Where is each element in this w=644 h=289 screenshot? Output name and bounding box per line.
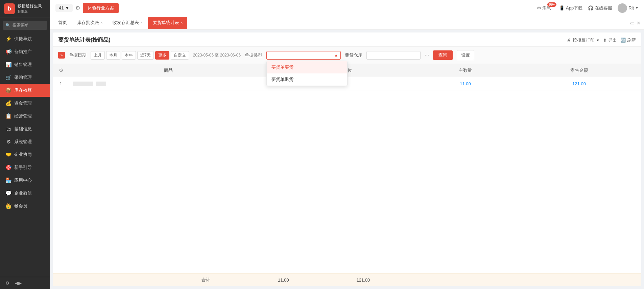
- filter-more-icon[interactable]: ···: [425, 52, 429, 58]
- sidebar-item-purchase[interactable]: 🛒 采购管理: [0, 71, 50, 84]
- operation-label: 经营管理: [14, 113, 32, 119]
- collapse-icon[interactable]: ◀▶: [15, 281, 22, 286]
- footer-label: 合计: [201, 277, 210, 283]
- date-more-btn[interactable]: 更多: [155, 51, 169, 60]
- sidebar-item-marketing[interactable]: 📢 营销推广: [0, 45, 50, 58]
- type-label: 单据类型: [245, 52, 262, 58]
- sidebar-item-quick-nav[interactable]: ⚡ 快捷导航: [0, 32, 50, 45]
- sidebar-search[interactable]: 🔍 搜索菜单: [3, 21, 47, 30]
- refresh-icon: 🔄: [620, 38, 626, 43]
- sidebar-item-wechat[interactable]: 💬 企业微信: [0, 187, 50, 200]
- finance-icon: 💰: [5, 100, 11, 106]
- settings-topbar-icon[interactable]: ⚙: [75, 5, 80, 11]
- page-header: 要货单统计表(按商品) 🖨 按模板打印 ▼ ⬆ 导出 🔄 刷新: [53, 32, 641, 47]
- dropdown-return-label: 要货单退货: [271, 77, 293, 82]
- print-icon: 🖨: [567, 38, 571, 43]
- store-selector[interactable]: 41 ▼: [55, 4, 73, 12]
- enterprise-icon: 🤝: [5, 152, 11, 158]
- tab-home[interactable]: 首页: [53, 17, 72, 29]
- tab-minimize-icon[interactable]: ▭: [630, 20, 635, 26]
- date-this-year-btn[interactable]: 本年: [122, 51, 136, 60]
- tab-order-close[interactable]: ×: [181, 21, 183, 25]
- print-btn[interactable]: 🖨 按模板打印 ▼: [567, 37, 600, 43]
- tab-receivable[interactable]: 收发存汇总表 ×: [108, 17, 147, 29]
- export-btn[interactable]: ⬆ 导出: [603, 37, 617, 43]
- basic-icon: 🗂: [5, 126, 11, 132]
- sidebar-item-inventory[interactable]: 📦 库存核算: [0, 84, 50, 97]
- operation-icon: 📋: [5, 113, 11, 119]
- system-label: 系统管理: [14, 139, 32, 145]
- filter-expand-button[interactable]: »: [58, 52, 65, 59]
- dropdown-item-return[interactable]: 要货单退货: [267, 73, 347, 86]
- warehouse-input[interactable]: [366, 51, 421, 60]
- main-area: 41 ▼ ⚙ 体验行业方案 ✉ 消息 99+ 📱 App下载 🎧 在线客服 R: [50, 0, 644, 289]
- sidebar-item-sales[interactable]: 📊 销售管理: [0, 58, 50, 71]
- cell-product: [69, 77, 268, 90]
- user-profile[interactable]: Rit ▼: [618, 3, 639, 13]
- date-this-month-btn[interactable]: 本月: [106, 51, 120, 60]
- column-settings-icon[interactable]: ⚙: [59, 67, 63, 73]
- member-label: 畅会员: [14, 203, 27, 209]
- tab-batch-account[interactable]: 库存批次账 ×: [72, 17, 107, 29]
- tab-close-all-icon[interactable]: ✕: [637, 20, 641, 26]
- guide-label: 新手引导: [14, 164, 32, 171]
- sidebar-item-appstore[interactable]: 🏪 应用中心: [0, 174, 50, 187]
- logo-text-group: 畅捷通好生意 标准版: [18, 4, 42, 14]
- wechat-label: 企业微信: [14, 190, 32, 196]
- user-dropdown-icon: ▼: [635, 6, 639, 10]
- sidebar-item-operation[interactable]: 📋 经营管理: [0, 110, 50, 123]
- date-custom-btn[interactable]: 自定义: [171, 51, 189, 60]
- th-settings[interactable]: ⚙: [53, 64, 69, 77]
- settings-bottom-icon[interactable]: ⚙: [5, 281, 9, 286]
- finance-label: 资金管理: [14, 100, 32, 106]
- retail-amount-link[interactable]: 121.00: [572, 81, 586, 86]
- app-download-item[interactable]: 📱 App下载: [559, 5, 582, 11]
- cell-main-qty: 11.00: [414, 77, 517, 90]
- refresh-btn[interactable]: 🔄 刷新: [620, 37, 636, 43]
- product-code-placeholder: [96, 82, 106, 86]
- date-prev-month-btn[interactable]: 上月: [91, 51, 105, 60]
- appstore-icon: 🏪: [5, 177, 11, 183]
- sales-icon: 📊: [5, 62, 11, 68]
- product-name-placeholder: [73, 82, 93, 86]
- message-icon: ✉: [537, 5, 541, 10]
- date-7days-btn[interactable]: 近7天: [137, 51, 154, 60]
- date-range: 2023-05-06 至 2023-06-06: [193, 52, 241, 58]
- tab-receivable-close[interactable]: ×: [140, 21, 142, 25]
- store-dropdown-icon: ▼: [65, 5, 69, 10]
- sidebar-item-basic[interactable]: 🗂 基础信息: [0, 123, 50, 135]
- sidebar-item-member[interactable]: 👑 畅会员: [0, 200, 50, 213]
- setting-button[interactable]: 设置: [457, 50, 474, 60]
- marketing-icon: 📢: [5, 49, 11, 55]
- warehouse-label: 要货仓库: [345, 52, 362, 58]
- logo-name: 畅捷通好生意: [18, 4, 42, 9]
- table-footer: 合计 11.00 121.00: [53, 273, 641, 286]
- trial-btn[interactable]: 体验行业方案: [83, 3, 119, 13]
- member-icon: 👑: [5, 203, 11, 209]
- table-container: ⚙ 商品 主计量单位 主数量 零售金额 1: [53, 64, 641, 273]
- store-number: 41: [59, 5, 64, 10]
- dropdown-item-order[interactable]: 要货单要货: [267, 61, 347, 73]
- service-item[interactable]: 🎧 在线客服: [588, 5, 612, 11]
- search-label: 搜索菜单: [13, 22, 29, 28]
- tab-order-summary[interactable]: 要货单统计表 ×: [148, 17, 187, 29]
- page-content: 要货单统计表(按商品) 🖨 按模板打印 ▼ ⬆ 导出 🔄 刷新 »: [53, 32, 641, 286]
- footer-main-qty: 11.00: [278, 277, 289, 283]
- sidebar-item-finance[interactable]: 💰 资金管理: [0, 97, 50, 110]
- type-input[interactable]: [266, 51, 341, 60]
- sidebar-item-guide[interactable]: 🎯 新手引导: [0, 161, 50, 174]
- tab-batch-label: 库存批次账: [77, 20, 99, 26]
- cell-retail-amount: 121.00: [517, 77, 641, 90]
- sidebar-nav: ⚡ 快捷导航 📢 营销推广 📊 销售管理 🛒 采购管理 📦 库存核算 💰 资金管…: [0, 32, 50, 277]
- tab-batch-close[interactable]: ×: [100, 21, 102, 25]
- messages-item[interactable]: ✉ 消息 99+: [537, 5, 554, 11]
- main-qty-link[interactable]: 11.00: [460, 81, 471, 86]
- app-label: App下载: [566, 5, 582, 11]
- search-icon: 🔍: [5, 23, 10, 28]
- guide-icon: 🎯: [5, 164, 11, 171]
- sidebar-item-enterprise[interactable]: 🤝 企业协同: [0, 148, 50, 161]
- filter-date-group: 上月 本月 本年 近7天 更多 自定义: [91, 51, 189, 60]
- sidebar-item-system[interactable]: ⚙ 系统管理: [0, 135, 50, 148]
- avatar: [618, 3, 627, 13]
- query-button[interactable]: 查询: [433, 50, 453, 60]
